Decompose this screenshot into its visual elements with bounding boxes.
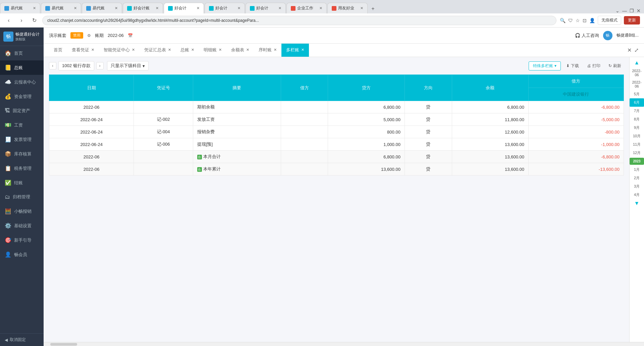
tab-close-5[interactable]: ✕ (197, 6, 200, 10)
date-scroll-down-button[interactable]: ▼ (633, 199, 641, 208)
tab-close-2[interactable]: ✕ (74, 6, 77, 10)
tab-voucher-view[interactable]: 查看凭证 ✕ (67, 44, 99, 57)
tab-close-1[interactable]: ✕ (33, 6, 36, 10)
sidebar-item-cloud-reports[interactable]: ☁️ 云报表中心 (0, 75, 44, 89)
download-button[interactable]: ⬇ 下载 (564, 62, 582, 70)
status-tag[interactable]: 禁用 (70, 32, 83, 39)
tab-close-voucher-view[interactable]: ✕ (91, 48, 94, 52)
sidebar-item-invoice[interactable]: 🧾 发票管理 (0, 132, 44, 147)
cell-voucher[interactable]: 记-004 (134, 126, 193, 138)
calendar-icon[interactable]: 📅 (128, 33, 133, 38)
tab-close-sequential[interactable]: ✕ (274, 48, 277, 52)
voucher-link[interactable]: 记-002 (157, 117, 170, 122)
date-scroll-up-button[interactable]: ▲ (633, 58, 641, 67)
sidebar-item-payroll[interactable]: 💵 工资 (0, 118, 44, 132)
browser-tab-7[interactable]: 好会计 ✕ (246, 3, 286, 13)
tab-close-smart[interactable]: ✕ (132, 48, 135, 52)
tab-close-general[interactable]: ✕ (191, 48, 194, 52)
sidebar-item-tax[interactable]: 📋 税务管理 (0, 161, 44, 176)
refresh-button[interactable]: ↻ 刷新 (606, 62, 624, 70)
date-item-5[interactable]: 5月 (630, 90, 644, 98)
browser-tab-4[interactable]: 好会计账 ✕ (123, 3, 163, 13)
maximize-icon[interactable]: ❐ (630, 8, 634, 13)
collapse-panel-button[interactable]: ✕ (627, 47, 632, 53)
user-icon[interactable]: 👤 (589, 18, 595, 23)
back-button[interactable]: ‹ (4, 16, 13, 25)
tab-voucher-summary[interactable]: 凭证汇总表 ✕ (140, 44, 176, 57)
filter-dropdown[interactable]: 只显示下级科目 ▾ (107, 61, 149, 70)
tab-general-ledger[interactable]: 总账 ✕ (176, 44, 199, 57)
date-item-2022-06-2[interactable]: 2022-06 (630, 79, 644, 90)
cell-voucher[interactable]: 记-002 (134, 113, 193, 126)
voucher-link[interactable]: 记-004 (157, 129, 170, 134)
tab-detail-ledger[interactable]: 明细账 ✕ (199, 44, 226, 57)
tab-home[interactable]: 首页 (49, 44, 67, 57)
date-item-2023-3[interactable]: 3月 (630, 182, 644, 191)
browser-tab-2[interactable]: 易代账 ✕ (41, 3, 81, 13)
sidebar-item-inventory[interactable]: 📦 库存核算 (0, 147, 44, 161)
sidebar-item-closing[interactable]: ✅ 结账 (0, 176, 44, 190)
account-prev-button[interactable]: ‹ (49, 62, 56, 69)
sidebar-item-fixed-assets[interactable]: 🏗 固定资产 (0, 104, 44, 118)
special-columns-button[interactable]: 特殊多栏账 ▾ (529, 61, 561, 70)
tab-close-4[interactable]: ✕ (156, 6, 159, 10)
cell-voucher[interactable]: 记-006 (134, 138, 193, 151)
scroll-thumb[interactable] (50, 343, 77, 346)
shield-icon[interactable]: 🛡 (568, 18, 573, 23)
window-close-icon[interactable]: ✕ (637, 8, 641, 13)
tab-smart-voucher[interactable]: 智能凭证中心 ✕ (99, 44, 140, 57)
date-item-2023-4[interactable]: 4月 (630, 191, 644, 199)
tab-multi-column[interactable]: 多栏账 ✕ (281, 44, 309, 57)
date-item-12[interactable]: 12月 (630, 149, 644, 157)
date-item-2023-1[interactable]: 1月 (630, 165, 644, 174)
update-button[interactable]: 更新 (624, 16, 640, 24)
horizontal-scrollbar[interactable] (44, 342, 644, 346)
settings-gear-icon[interactable]: ⚙ (87, 33, 91, 38)
date-item-2022-06-1[interactable]: 2022-06 (630, 67, 644, 79)
expand-panel-button[interactable]: ⤢ (634, 47, 639, 53)
browser-tab-1[interactable]: 易代账 ✕ (0, 3, 40, 13)
tab-close-multi[interactable]: ✕ (301, 48, 304, 52)
browser-tab-6[interactable]: 好会计 ✕ (205, 3, 245, 13)
browser-tab-3[interactable]: 易代账 ✕ (82, 3, 122, 13)
account-code-display[interactable]: 1002 银行存款 (58, 61, 94, 70)
sidebar-item-archive[interactable]: 🗂 归档管理 (0, 190, 44, 204)
sidebar-item-home[interactable]: 🏠 首页 (0, 46, 44, 60)
consult-button[interactable]: 🎧 人工咨询 (575, 33, 599, 39)
unpin-button[interactable]: ◀ 取消固定 (0, 333, 44, 346)
tab-close-summary[interactable]: ✕ (168, 48, 171, 52)
reload-button[interactable]: ↻ (30, 16, 39, 25)
date-item-2023-2[interactable]: 2月 (630, 174, 644, 182)
tab-close-9[interactable]: ✕ (360, 6, 363, 10)
tab-close-8[interactable]: ✕ (319, 6, 322, 10)
sidebar-item-member[interactable]: 👤 畅会员 (0, 247, 44, 262)
date-item-11[interactable]: 11月 (630, 140, 644, 149)
tab-close-7[interactable]: ✕ (278, 6, 281, 10)
browser-tab-8[interactable]: 企业工作 ✕ (286, 3, 327, 13)
sidebar-item-ledger[interactable]: 📒 总账 (0, 60, 44, 75)
search-icon[interactable]: 🔍 (560, 18, 566, 23)
print-button[interactable]: 🖨 打印 (584, 62, 603, 70)
sidebar-item-fund[interactable]: 💰 资金管理 (0, 89, 44, 104)
screen-icon[interactable]: ⊡ (583, 18, 587, 23)
voucher-link[interactable]: 记-006 (157, 142, 170, 147)
minimize-icon[interactable]: — (622, 8, 627, 13)
date-item-8[interactable]: 8月 (630, 115, 644, 123)
sidebar-item-expense[interactable]: 🧮 小畅报销 (0, 204, 44, 218)
tab-sequential[interactable]: 序时账 ✕ (254, 44, 281, 57)
url-input[interactable]: cloud2.chanjet.com/accounting/uh26t264j5… (42, 16, 556, 25)
date-item-10[interactable]: 10月 (630, 132, 644, 140)
tab-close-detail[interactable]: ✕ (219, 48, 222, 52)
date-item-7[interactable]: 7月 (630, 107, 644, 115)
sidebar-item-settings[interactable]: ⚙️ 基础设置 (0, 218, 44, 233)
browser-tab-9[interactable]: 用友好业 ✕ (327, 3, 368, 13)
tab-list-icon[interactable]: ⌄ (615, 8, 620, 13)
tab-balance[interactable]: 余额表 ✕ (226, 44, 254, 57)
date-item-6[interactable]: 6月 (630, 98, 644, 107)
bookmark-icon[interactable]: ☆ (576, 18, 580, 23)
sidebar-item-guide[interactable]: 🎯 新手引导 (0, 233, 44, 247)
tab-close-3[interactable]: ✕ (115, 6, 118, 10)
new-tab-button[interactable]: + (368, 4, 378, 13)
browser-tab-5[interactable]: 好会计 ✕ (164, 3, 204, 13)
stealth-mode-button[interactable]: 无痕模式 (598, 16, 621, 25)
